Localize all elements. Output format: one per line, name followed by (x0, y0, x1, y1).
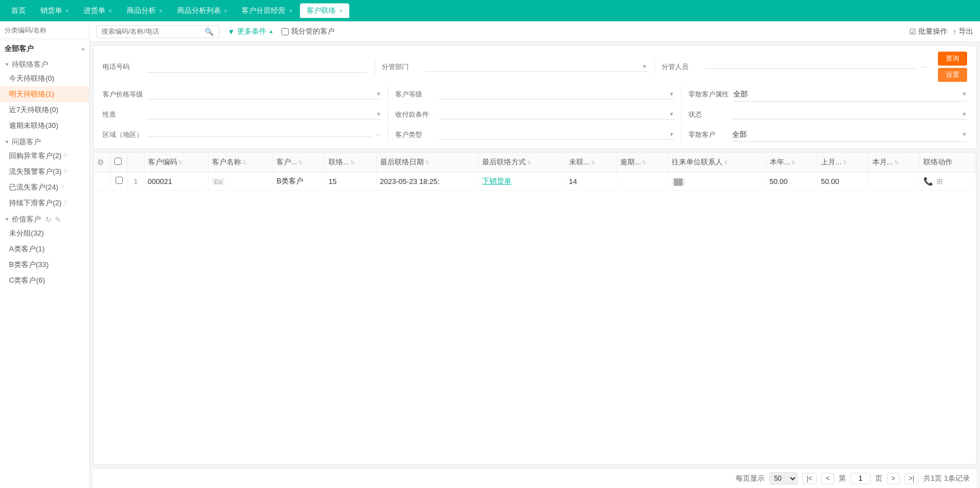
td-type: B类客户 (273, 172, 325, 191)
chevron-up-icon: ▲ (269, 29, 274, 34)
grid-icon[interactable]: ⊞ (936, 177, 943, 186)
th-name[interactable]: 客户名称⇅ (209, 153, 273, 172)
more-filter-button[interactable]: ▼ 更多条件 ▲ (224, 25, 277, 38)
filter-field-region: 区域（地区） ··· (103, 130, 381, 140)
first-page-button[interactable]: |< (802, 473, 817, 484)
close-icon[interactable]: × (159, 8, 163, 14)
pending-group-label: 待联络客户 (12, 59, 48, 70)
th-type[interactable]: 客户...⇅ (273, 153, 325, 172)
th-code[interactable]: 客户编码⇅ (144, 153, 209, 172)
td-contacts: ██ (668, 172, 766, 191)
sidebar-item-repurchase[interactable]: 回购异常客户(2) ? (0, 148, 89, 164)
th-contacts[interactable]: 往来单位联系人⇅ (668, 153, 766, 172)
filter-select-region[interactable] (147, 133, 371, 137)
query-button[interactable]: 查询 (938, 52, 967, 66)
sidebar-item-today[interactable]: 今天待联络(0) (0, 71, 89, 86)
chevron-down-icon: ▼ (376, 111, 381, 117)
export-button[interactable]: ↑ 导出 (953, 26, 974, 36)
sidebar-item-class-c[interactable]: C类客户(6) (0, 273, 89, 288)
main-search-input[interactable] (101, 27, 202, 35)
sidebar-item-churned[interactable]: 已流失客户(24) ? (0, 179, 89, 195)
close-icon[interactable]: × (289, 8, 292, 14)
three-dots-icon[interactable]: ··· (376, 131, 381, 139)
close-icon[interactable]: × (339, 8, 343, 14)
select-all-checkbox[interactable] (114, 158, 122, 165)
page-number-input[interactable] (850, 473, 871, 484)
sidebar-item-ungrouped[interactable]: 未分组(32) (0, 225, 89, 241)
phone-icon[interactable]: 📞 (923, 177, 933, 186)
sidebar-search-area: 🔍 (0, 21, 89, 39)
close-icon[interactable]: × (224, 8, 228, 14)
filter-select-scatter-customer[interactable]: 全部 ▼ (732, 128, 967, 142)
all-customers-title: 全部客户 « (0, 39, 89, 56)
close-icon[interactable]: × (66, 8, 69, 14)
filter-select-customer-level[interactable]: ▼ (439, 89, 674, 99)
th-contact[interactable]: 联络...⇅ (325, 153, 377, 172)
settings-icon[interactable]: ⚙ (97, 158, 104, 167)
td-uncontacted: 14 (565, 172, 617, 191)
filter-select-scatter-attr[interactable]: 全部 ▼ (733, 88, 967, 102)
nav-item-sales[interactable]: 销货单 × (34, 3, 76, 18)
filter-select-manager[interactable] (705, 65, 917, 69)
th-last-month[interactable]: 上月...⇅ (817, 153, 869, 172)
nav-item-home[interactable]: 首页 (4, 3, 33, 18)
th-this-year-label: 本年... (770, 158, 791, 166)
filter-select-nature[interactable]: ▼ (146, 109, 381, 119)
sidebar-item-class-a[interactable]: A类客户(1) (0, 241, 89, 257)
th-uncontacted[interactable]: 未联...⇅ (565, 153, 617, 172)
page-size-select[interactable]: 50 100 200 (769, 472, 798, 485)
last-page-button[interactable]: >| (904, 473, 919, 484)
batch-operation-button[interactable]: ☑ 批量操作 (909, 26, 947, 36)
filter-select-price-level[interactable]: ▼ (147, 89, 381, 99)
th-this-month[interactable]: 本月...⇅ (868, 153, 920, 172)
next-page-button[interactable]: > (887, 473, 900, 484)
nav-item-customer-contact[interactable]: 客户联络 × (300, 3, 349, 18)
my-customers-checkbox[interactable] (281, 28, 289, 35)
edit-icon[interactable]: ✎ (55, 215, 61, 224)
close-icon[interactable]: × (109, 8, 112, 14)
sidebar-item-tomorrow[interactable]: 明天待联络(1) (0, 86, 89, 102)
sidebar-label-repurchase: 回购异常客户(2) (9, 151, 62, 161)
sidebar-item-churn-warning[interactable]: 流失预警客户(3) ? (0, 164, 89, 179)
nav-item-analysis[interactable]: 商品分析 × (120, 3, 169, 18)
three-dots-icon[interactable]: ··· (921, 63, 927, 71)
last-contact-method-link[interactable]: 下销货单 (482, 177, 511, 185)
td-last-contact-method[interactable]: 下销货单 (479, 172, 566, 191)
filter-select-payment[interactable]: ▼ (439, 109, 674, 119)
th-last-contact-date-label: 最后联络日期 (380, 158, 424, 166)
nav-label-analysis: 商品分析 (127, 6, 156, 16)
sidebar-item-overdue[interactable]: 逾期未联络(30) (0, 118, 89, 133)
th-overdue[interactable]: 逾期...⇅ (617, 153, 668, 172)
th-last-contact-date[interactable]: 最后联络日期⇅ (376, 153, 479, 172)
data-table: ⚙ 客户编码⇅ 客户名称⇅ 客户...⇅ 联络...⇅ 最后联络日期⇅ 最后联络… (93, 152, 977, 465)
th-checkbox[interactable] (110, 153, 127, 172)
reset-button[interactable]: 设置 (938, 68, 967, 82)
th-last-contact-method-label: 最后联络方式 (482, 158, 526, 166)
refresh-icon[interactable]: ↻ (45, 215, 52, 224)
export-label: 导出 (959, 26, 973, 36)
prev-page-button[interactable]: < (821, 473, 834, 484)
row-checkbox[interactable] (115, 177, 123, 184)
nav-item-purchase[interactable]: 进货单 × (77, 3, 119, 18)
collapse-icon[interactable]: « (81, 45, 85, 52)
filter-select-customer-type[interactable]: ▼ (439, 130, 674, 140)
page-suffix-label: 页 (875, 473, 882, 484)
nav-item-customer-layering[interactable]: 客户分层经营 × (235, 3, 299, 18)
sidebar-item-7days[interactable]: 近7天待联络(0) (0, 102, 89, 118)
th-settings[interactable]: ⚙ (94, 153, 110, 172)
my-customers-label: 我分管的客户 (291, 26, 335, 36)
main-search-icon[interactable]: 🔍 (205, 27, 214, 36)
my-customers-checkbox-label[interactable]: 我分管的客户 (281, 26, 335, 36)
td-checkbox[interactable] (110, 172, 127, 191)
th-last-contact-method[interactable]: 最后联络方式⇅ (479, 153, 566, 172)
sidebar-item-class-b[interactable]: B类客户(33) (0, 257, 89, 273)
nav-label-customer-contact: 客户联络 (307, 6, 336, 16)
sidebar-item-declining[interactable]: 持续下滑客户(2) ? (0, 195, 89, 211)
th-this-year[interactable]: 本年...⇅ (766, 153, 817, 172)
filter-select-dept[interactable]: ▼ (426, 62, 647, 72)
filter-select-status[interactable]: ▼ (732, 109, 967, 119)
sidebar-search-input[interactable] (4, 26, 89, 34)
divider (388, 107, 389, 122)
nav-item-analysis-list[interactable]: 商品分析列表 × (170, 3, 234, 18)
filter-input-phone[interactable] (146, 61, 368, 73)
